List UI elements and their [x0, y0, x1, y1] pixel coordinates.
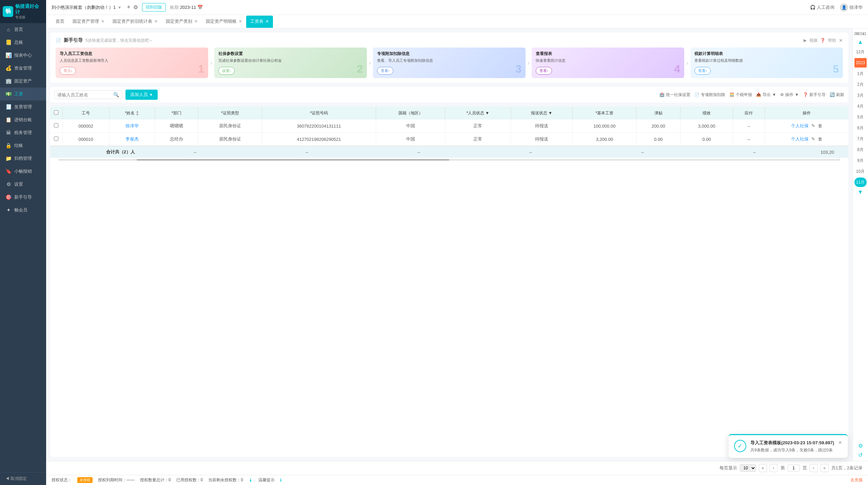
guide-close-button[interactable]: ✕ [839, 38, 843, 43]
row-checkbox[interactable] [54, 123, 58, 128]
cell-name[interactable]: 徐泽华 [109, 119, 155, 133]
month-item-10[interactable]: 10月 [854, 167, 867, 176]
page-number-input[interactable] [788, 465, 800, 471]
month-item-8[interactable]: 8月 [854, 145, 867, 154]
switch-version-button[interactable]: 切到旧版 [142, 3, 166, 12]
tab-close-icon[interactable]: ✕ [265, 19, 269, 24]
settings-icon[interactable]: ⚙ [133, 4, 138, 11]
sidebar-item-fixed-assets[interactable]: 🏢 固定资产 [0, 75, 46, 88]
tab-close-icon[interactable]: ✕ [154, 19, 158, 24]
cell-operation[interactable]: 个人社保 ✎ 🗑 [765, 133, 848, 146]
chevron-up-icon[interactable]: ▲ [857, 38, 864, 46]
unpin-sidebar-button[interactable]: ◀ 取消固定 [0, 472, 46, 485]
guide-step-5-btn[interactable]: 查看› [694, 67, 711, 75]
first-page-button[interactable]: « [759, 464, 767, 472]
col-id-type: *证照类型 [198, 107, 262, 119]
refresh-action[interactable]: 🔄 刷新 [830, 92, 844, 98]
month-item-4[interactable]: 4月 [854, 101, 867, 111]
sidebar-item-payroll[interactable]: 💵 工资 [0, 88, 46, 100]
sidebar-item-invoices[interactable]: 🧾 发票管理 [0, 100, 46, 113]
guide-step-4-btn[interactable]: 查看› [536, 67, 552, 75]
month-item-2[interactable]: 2月 [854, 80, 867, 89]
sidebar-item-newbie-guide[interactable]: 🎯 新手引导 [0, 191, 46, 204]
tab-home[interactable]: 首页 [52, 16, 68, 28]
guide-step-1-btn[interactable]: 导入› [60, 67, 76, 75]
toast-close-button[interactable]: ✕ [838, 440, 842, 445]
new-guide-action[interactable]: ❓ 新手引导 [803, 92, 826, 98]
charge-link[interactable]: 去充值 [850, 477, 863, 483]
row-checkbox-cell[interactable] [50, 119, 62, 133]
sidebar-item-expense[interactable]: 🔖 小畅报销 [0, 165, 46, 178]
sidebar-item-funds[interactable]: 💰 资金管理 [0, 62, 46, 75]
row-checkbox[interactable] [54, 136, 58, 141]
operate-action[interactable]: ⚙ 操作 ▼ [780, 92, 799, 98]
period-selector[interactable]: 账期 2023-11 📅 [170, 4, 203, 11]
tab-close-icon[interactable]: ✕ [101, 19, 104, 24]
sidebar-item-archive[interactable]: 📁 归档管理 [0, 152, 46, 165]
tab-close-icon[interactable]: ✕ [239, 19, 242, 24]
tab-details[interactable]: 固定资产明细账 ✕ [202, 16, 246, 28]
sidebar-item-ledger[interactable]: 📒 总账 [0, 36, 46, 49]
month-item-6[interactable]: 6月 [854, 123, 867, 133]
add-account-button[interactable]: + [127, 4, 131, 11]
guide-step-3-btn[interactable]: 查看› [377, 67, 393, 75]
guide-step-2-btn[interactable]: 设置› [218, 67, 235, 75]
account-selector[interactable]: 刘小艳演示账套（勿删勿动！）1 ▼ [52, 4, 121, 11]
social-insurance-action[interactable]: 🏥 统一社保设置 [659, 92, 690, 98]
horizontal-scrollbar[interactable] [50, 158, 848, 162]
filter-icon[interactable]: ▼ [485, 111, 489, 115]
sort-icon[interactable]: ▲▼ [136, 110, 139, 116]
next-page-button[interactable]: › [810, 464, 818, 472]
year-nav-down[interactable]: ▼ [857, 188, 864, 196]
search-input[interactable] [57, 92, 111, 97]
month-item-11[interactable]: 11月 [854, 178, 867, 187]
delete-icon[interactable]: 🗑 [818, 123, 822, 128]
year-label-2023[interactable]: 2023 [854, 58, 867, 68]
month-item-1[interactable]: 1月 [854, 69, 867, 78]
cell-operation[interactable]: 个人社保 ✎ 🗑 [765, 119, 848, 133]
sidebar-item-settings[interactable]: ⚙ 设置 [0, 178, 46, 191]
customer-service-button[interactable]: 🎧 人工咨询 [810, 4, 834, 11]
page-size-select[interactable]: 10 20 50 [740, 464, 756, 472]
export-action[interactable]: 📤 导出 ▼ [756, 92, 776, 98]
sidebar-item-reports[interactable]: 📊 报表中心 [0, 49, 46, 62]
tab-categories[interactable]: 固定资产类别 ✕ [162, 16, 202, 28]
info-icon[interactable]: ℹ [280, 478, 282, 483]
filter-icon[interactable]: ▼ [548, 111, 552, 115]
employee-search-box[interactable]: 🔍 [54, 90, 122, 99]
deduction-action[interactable]: 📄 专项附加扣除 [694, 92, 725, 98]
month-item-7[interactable]: 7月 [854, 134, 867, 144]
last-page-button[interactable]: » [821, 464, 829, 472]
month-item-5[interactable]: 5月 [854, 112, 867, 122]
month-item-12[interactable]: 12月 [854, 47, 867, 57]
sidebar-item-tax[interactable]: 🏛 税务管理 [0, 126, 46, 139]
prev-page-button[interactable]: ‹ [770, 464, 778, 472]
month-item-3[interactable]: 3月 [854, 91, 867, 100]
tab-depreciation[interactable]: 固定资产折旧统计表 ✕ [108, 16, 162, 28]
edit-icon[interactable]: ✎ [811, 123, 815, 128]
sidebar-item-sales[interactable]: 📋 进销台账 [0, 113, 46, 126]
info-panel-icon[interactable]: ↺ [858, 452, 863, 458]
edit-icon[interactable]: ✎ [811, 136, 815, 142]
expand-panel-icon[interactable]: ≫ [855, 31, 860, 36]
sidebar-item-home[interactable]: ⌂ 首页 [0, 23, 46, 36]
close-panel-icon[interactable]: ✕ [861, 31, 865, 37]
guide-video-label[interactable]: 视频 [809, 38, 817, 43]
delete-icon[interactable]: 🗑 [818, 136, 822, 142]
settings-panel-icon[interactable]: ⚙ [858, 443, 863, 449]
sidebar-item-member[interactable]: ✦ 畅会员 [0, 204, 46, 217]
guide-help-label[interactable]: 帮助 [828, 38, 836, 43]
row-checkbox-cell[interactable] [50, 133, 62, 146]
tab-close-icon[interactable]: ✕ [194, 19, 198, 24]
month-item-9[interactable]: 9月 [854, 156, 867, 165]
tab-fixed-assets[interactable]: 固定资产管理 ✕ [68, 16, 108, 28]
sidebar-item-close[interactable]: 🔒 结账 [0, 139, 46, 152]
tab-payroll-table[interactable]: 工资表 ✕ [246, 16, 273, 28]
cell-name[interactable]: 李俊杰 [109, 133, 155, 146]
chevron-down-icon[interactable]: ▼ [857, 188, 864, 196]
add-employee-button[interactable]: 添加人员 ▼ [125, 90, 158, 100]
year-nav-up[interactable]: ▲ [857, 38, 864, 46]
guide-step-2-desc: 完成社保参数设置自动计算社保公积金 [218, 58, 363, 63]
tax-declaration-action[interactable]: 🧮 个税申报 [729, 92, 752, 98]
select-all-checkbox[interactable] [54, 110, 58, 115]
